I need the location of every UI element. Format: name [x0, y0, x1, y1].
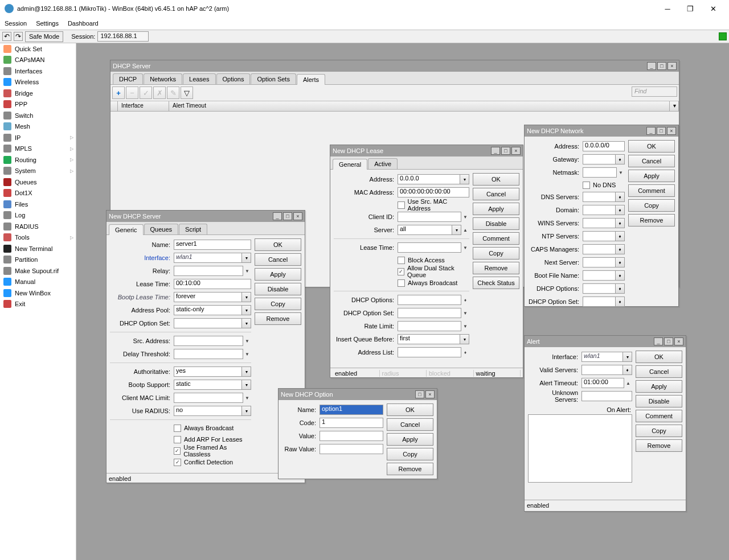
close-icon[interactable]: ×	[667, 127, 676, 135]
sidebar-item-interfaces[interactable]: Interfaces	[0, 65, 76, 77]
address-input[interactable]: 0.0.0.0/0	[583, 141, 625, 151]
dropdown-icon[interactable]: ▾	[242, 367, 251, 377]
dropdown-icon[interactable]: ▾	[623, 352, 632, 362]
close-icon[interactable]: ×	[425, 390, 435, 398]
spinner-icon[interactable]: ♦	[616, 297, 625, 307]
spinner-icon[interactable]: ♦	[616, 270, 625, 281]
apply-button[interactable]: Apply	[255, 268, 301, 281]
sidebar-item-radius[interactable]: RADIUS	[0, 221, 76, 232]
comment-button[interactable]: Comment	[473, 232, 519, 245]
sidebar-item-quick-set[interactable]: Quick Set	[0, 43, 76, 55]
sidebar-item-capsman[interactable]: CAPsMAN	[0, 55, 76, 66]
sidebar-item-manual[interactable]: Manual	[0, 277, 76, 288]
copy-button[interactable]: Copy	[387, 448, 433, 460]
spinner-icon[interactable]: ♦	[616, 244, 625, 254]
sidebar-item-dot1x[interactable]: Dot1X	[0, 188, 76, 199]
dns-servers-input[interactable]	[583, 192, 616, 202]
sidebar-item-new-terminal[interactable]: New Terminal	[0, 243, 76, 254]
checkbox[interactable]	[174, 425, 181, 432]
arrow-icon[interactable]: ▼	[243, 349, 251, 359]
remove-button[interactable]: Remove	[473, 262, 519, 274]
dropdown-icon[interactable]: ▾	[242, 406, 251, 416]
close-icon[interactable]: ×	[511, 147, 521, 155]
arrow-icon[interactable]: ▼	[461, 308, 469, 318]
remove-button[interactable]: Remove	[628, 214, 675, 227]
close-button[interactable]: ✕	[702, 3, 724, 14]
dropdown-icon[interactable]: ▾	[242, 318, 251, 328]
find-input[interactable]: Find	[632, 87, 677, 97]
arrow-icon[interactable]: ▼	[617, 167, 625, 178]
delay-threshold-input[interactable]	[174, 349, 243, 359]
spinner-icon[interactable]: ♦	[616, 205, 625, 215]
cancel-button[interactable]: Cancel	[387, 418, 433, 431]
interface-input[interactable]: wlan1	[174, 253, 242, 263]
sidebar-item-bridge[interactable]: Bridge	[0, 88, 76, 99]
name-input[interactable]: option1	[320, 405, 383, 415]
arrow-icon[interactable]: ▼	[461, 242, 469, 253]
on-alert-textarea[interactable]	[528, 414, 632, 483]
copy-button[interactable]: Copy	[628, 199, 675, 212]
apply-button[interactable]: Apply	[473, 203, 519, 215]
ok-button[interactable]: OK	[636, 351, 682, 363]
value-input[interactable]	[320, 431, 383, 441]
lease-time-input[interactable]	[398, 242, 461, 253]
authoritative-input[interactable]: yes	[174, 367, 242, 377]
ok-button[interactable]: OK	[387, 403, 433, 416]
apply-button[interactable]: Apply	[387, 433, 433, 446]
arrow-icon[interactable]: ▼	[243, 393, 251, 403]
comment-button[interactable]: Comment	[636, 410, 682, 422]
apply-button[interactable]: Apply	[636, 380, 682, 393]
address-pool-input[interactable]: static-only	[174, 305, 242, 315]
ntp-servers-input[interactable]	[583, 231, 616, 241]
sidebar-item-new-winbox[interactable]: New WinBox	[0, 287, 76, 299]
spinner-icon[interactable]: ♦	[616, 154, 625, 164]
remove-button[interactable]: Remove	[636, 439, 682, 452]
next-server-input[interactable]	[583, 257, 616, 267]
domain-input[interactable]	[583, 205, 616, 215]
dhcp-options-input[interactable]	[398, 295, 461, 305]
tab-leases[interactable]: Leases	[183, 73, 215, 84]
minimize-icon[interactable]: _	[646, 127, 656, 135]
tab-alerts[interactable]: Alerts	[297, 74, 325, 85]
filter-button[interactable]: ▽	[181, 87, 193, 99]
gateway-input[interactable]	[583, 154, 616, 164]
sidebar-item-routing[interactable]: Routing▷	[0, 154, 76, 166]
copy-button[interactable]: Copy	[636, 425, 682, 437]
arrow-icon[interactable]: ▼	[243, 266, 251, 276]
wins-servers-input[interactable]	[583, 218, 616, 228]
remove-button[interactable]: Remove	[387, 463, 433, 475]
interface-input[interactable]: wlan1	[581, 352, 623, 362]
sidebar-item-queues[interactable]: Queues	[0, 176, 76, 188]
remove-button[interactable]: −	[126, 87, 138, 99]
sidebar-item-tools[interactable]: Tools▷	[0, 232, 76, 244]
tab-active[interactable]: Active	[368, 158, 398, 169]
use-radius-input[interactable]: no	[174, 406, 242, 416]
client-id-input[interactable]	[398, 212, 461, 222]
close-icon[interactable]: ×	[674, 337, 683, 345]
sidebar-item-mpls[interactable]: MPLS▷	[0, 143, 76, 155]
cancel-button[interactable]: Cancel	[473, 188, 519, 200]
code-input[interactable]: 1	[320, 418, 383, 428]
tab-generic[interactable]: Generic	[109, 224, 144, 235]
enable-button[interactable]: ✓	[140, 87, 152, 99]
menu-settings[interactable]: Settings	[36, 20, 59, 27]
boot-file-name-input[interactable]	[583, 270, 616, 281]
netmask-input[interactable]	[583, 167, 617, 178]
relay-input[interactable]	[174, 266, 243, 276]
checkbox[interactable]	[583, 182, 590, 189]
client-mac-limit-input[interactable]	[174, 393, 243, 403]
col-interface[interactable]: Interface	[118, 101, 169, 111]
sidebar-item-exit[interactable]: Exit	[0, 299, 76, 310]
spinner-icon[interactable]: ♦	[623, 365, 632, 375]
sidebar-item-switch[interactable]: Switch	[0, 110, 76, 121]
checkbox[interactable]	[398, 201, 405, 209]
check-status-button[interactable]: Check Status	[473, 277, 519, 289]
dropdown-icon[interactable]: ▾	[242, 292, 251, 302]
tab-option-sets[interactable]: Option Sets	[251, 73, 296, 84]
src-address-input[interactable]	[174, 336, 243, 346]
dhcp-option-set-input[interactable]	[174, 318, 242, 328]
undo-button[interactable]: ↶	[2, 32, 11, 41]
sidebar-item-wireless[interactable]: Wireless	[0, 77, 76, 88]
maximize-icon[interactable]: □	[415, 390, 424, 398]
lease-time-input[interactable]: 00:10:00	[174, 279, 251, 289]
